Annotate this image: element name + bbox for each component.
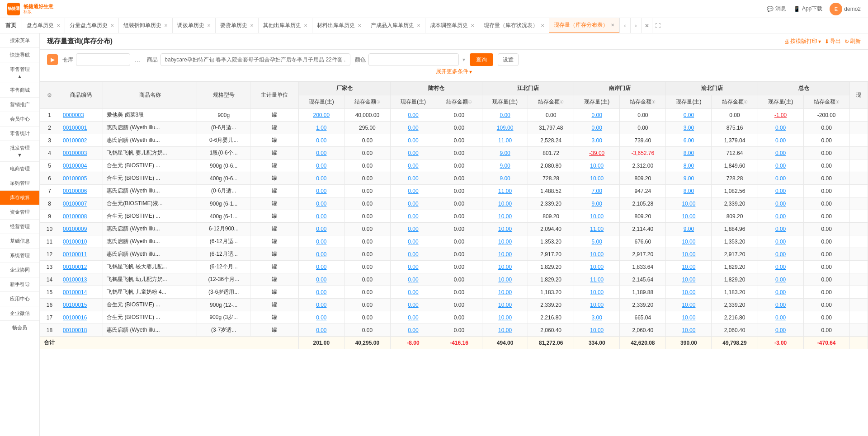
- cell-g1a: 0.00: [344, 223, 390, 235]
- cell-spec: 900g (0-6...: [197, 159, 250, 172]
- user-area[interactable]: E demo2: [830, 3, 861, 15]
- cell-g1q: 0.00: [298, 159, 344, 172]
- sidebar-item-retail-shop[interactable]: 零售商城: [0, 83, 39, 98]
- sidebar-item-apps[interactable]: 应用中心: [0, 292, 39, 306]
- expand-more-btn[interactable]: 展开更多条件 ▾: [436, 68, 472, 75]
- cell-g4q: 11.00: [574, 223, 620, 235]
- sidebar-item-ecom[interactable]: 电商管理: [0, 162, 39, 176]
- sidebar-item-basic[interactable]: 基础信息: [0, 234, 39, 248]
- sidebar-item-member2[interactable]: 畅会员: [0, 321, 39, 335]
- tab-t5[interactable]: 要货单历史 ✕: [216, 18, 259, 33]
- cell-g3q: 9.00: [482, 172, 528, 185]
- username: demo2: [844, 6, 861, 12]
- chevron-down-icon: ▾: [818, 38, 821, 45]
- sidebar-item-wechat[interactable]: 企业微信: [0, 306, 39, 321]
- app-download-btn[interactable]: 📱 App下载: [793, 5, 822, 13]
- close-icon[interactable]: ✕: [417, 23, 420, 28]
- tab-next-btn[interactable]: ›: [630, 18, 641, 33]
- table-row: 2 00100001 惠氏启膳 (Wyeth illu... (0-6月适...…: [40, 122, 868, 134]
- tab-maximize-btn[interactable]: ⛶: [652, 18, 663, 33]
- tab-home[interactable]: 首页: [0, 18, 22, 33]
- sidebar-item-marketing[interactable]: 营销推广: [0, 98, 39, 112]
- cell-g4a: 2,114.40: [620, 223, 666, 235]
- tab-close-all-btn[interactable]: ✕: [641, 18, 652, 33]
- cell-g3q: 10.00: [482, 223, 528, 235]
- sidebar-item-retail-stat[interactable]: 零售统计: [0, 127, 39, 141]
- cell-g3q: 10.00: [482, 299, 528, 311]
- filter-bar: ▶ 仓库 ... 商品 颜色 ▾ 查询 设置: [40, 50, 868, 81]
- cell-current: [849, 172, 868, 185]
- tab-t10[interactable]: 现存量（库存状况表）✕: [479, 18, 549, 33]
- sidebar-item-corp[interactable]: 企业协同: [0, 263, 39, 277]
- cell-g4a: 2,060.40: [620, 324, 666, 337]
- cell-current: [849, 159, 868, 172]
- tab-t6[interactable]: 其他出库单历史 ✕: [259, 18, 312, 33]
- cell-seq: 3: [40, 134, 59, 147]
- th-settings[interactable]: ⚙: [40, 82, 59, 109]
- close-icon[interactable]: ✕: [471, 23, 474, 28]
- tab-t11[interactable]: 现存量（库存分布表）✕: [549, 18, 619, 33]
- cell-g4q: 10.00: [574, 299, 620, 311]
- close-icon[interactable]: ✕: [541, 23, 544, 28]
- sidebar-item-member[interactable]: 会员中心: [0, 112, 39, 127]
- cell-code: 00100003: [59, 147, 103, 159]
- color-input[interactable]: [368, 53, 459, 66]
- tab-prev-btn[interactable]: ‹: [619, 18, 630, 33]
- export-btn[interactable]: ⬇ 导出: [825, 38, 841, 45]
- sidebar-item-finance[interactable]: 资金管理: [0, 205, 39, 220]
- warehouse-dots-btn[interactable]: ...: [133, 56, 142, 64]
- sidebar-item-purchase[interactable]: 采购管理: [0, 176, 39, 191]
- sidebar-item-wholesale[interactable]: 批发管理 ▼: [0, 141, 39, 162]
- cell-seq: 14: [40, 273, 59, 286]
- cell-g3q: 11.00: [482, 134, 528, 147]
- filter-collapse-btn[interactable]: ▶: [47, 54, 58, 65]
- close-icon[interactable]: ✕: [358, 23, 361, 28]
- cell-name: 飞鹤星飞帆 幼儿配方奶...: [103, 273, 197, 286]
- warehouse-input[interactable]: [76, 53, 130, 66]
- table-row: 5 00100004 合生元 (BIOSTIME) ... 900g (0-6.…: [40, 159, 868, 172]
- sidebar-item-guide[interactable]: 新手引导: [0, 277, 39, 292]
- refresh-btn[interactable]: ↻ 刷新: [844, 38, 861, 45]
- tab-t1[interactable]: 盘点单历史 ✕: [22, 18, 65, 33]
- close-icon[interactable]: ✕: [57, 23, 60, 28]
- cell-name: 惠氏启膳 (Wyeth illu...: [103, 134, 197, 147]
- tab-t4[interactable]: 调拨单历史 ✕: [173, 18, 216, 33]
- cell-g1q: 0.00: [298, 134, 344, 147]
- cell-g5q: 10.00: [666, 261, 712, 273]
- close-icon[interactable]: ✕: [611, 23, 614, 28]
- sidebar-item-biz-mgmt[interactable]: 经营管理: [0, 220, 39, 234]
- print-btn[interactable]: 🖨 按模版打印 ▾: [784, 38, 821, 45]
- tab-t3[interactable]: 组装拆卸单历史 ✕: [119, 18, 173, 33]
- cell-totalq: 0.00: [758, 311, 803, 324]
- message-btn[interactable]: 💬 消息: [767, 5, 786, 13]
- close-icon[interactable]: ✕: [164, 23, 168, 28]
- sidebar-item-stock[interactable]: 库存核算: [0, 191, 39, 205]
- cell-g3q: 109.00: [482, 122, 528, 134]
- sidebar-search[interactable]: 搜索英单: [0, 33, 39, 48]
- close-icon[interactable]: ✕: [110, 23, 114, 28]
- th-f-amt: 结存金额①: [344, 95, 390, 109]
- cell-g5a: 809.20: [712, 210, 758, 223]
- cell-current: [849, 147, 868, 159]
- cell-g4a: 2,312.00: [620, 159, 666, 172]
- cell-g5q: 3.00: [666, 122, 712, 134]
- tab-t7[interactable]: 材料出库单历史 ✕: [312, 18, 366, 33]
- close-icon[interactable]: ✕: [304, 23, 307, 28]
- tab-t8[interactable]: 产成品入库单历史 ✕: [366, 18, 425, 33]
- tab-t2[interactable]: 分量盘点单历史 ✕: [65, 18, 119, 33]
- close-icon[interactable]: ✕: [250, 23, 254, 28]
- close-icon[interactable]: ✕: [207, 23, 211, 28]
- product-input[interactable]: [160, 53, 350, 66]
- cell-seq: 2: [40, 122, 59, 134]
- sidebar-item-retail-mgmt[interactable]: 零售管理 ▲: [0, 62, 39, 83]
- cell-g5a: 2,917.20: [712, 248, 758, 261]
- tab-t9[interactable]: 成本调整单历史 ✕: [425, 18, 479, 33]
- query-button[interactable]: 查询: [470, 53, 493, 66]
- sidebar-nav[interactable]: 快捷导航: [0, 48, 39, 62]
- settings-button[interactable]: 设置: [498, 53, 519, 66]
- cell-g1q: 0.00: [298, 197, 344, 210]
- cell-totala: 0.00: [803, 172, 849, 185]
- cell-g2q: 0.00: [391, 324, 436, 337]
- sidebar-item-sys[interactable]: 系统管理: [0, 248, 39, 263]
- tab-bar: 首页 盘点单历史 ✕ 分量盘点单历史 ✕ 组装拆卸单历史 ✕ 调拨单历史 ✕ 要…: [0, 18, 868, 33]
